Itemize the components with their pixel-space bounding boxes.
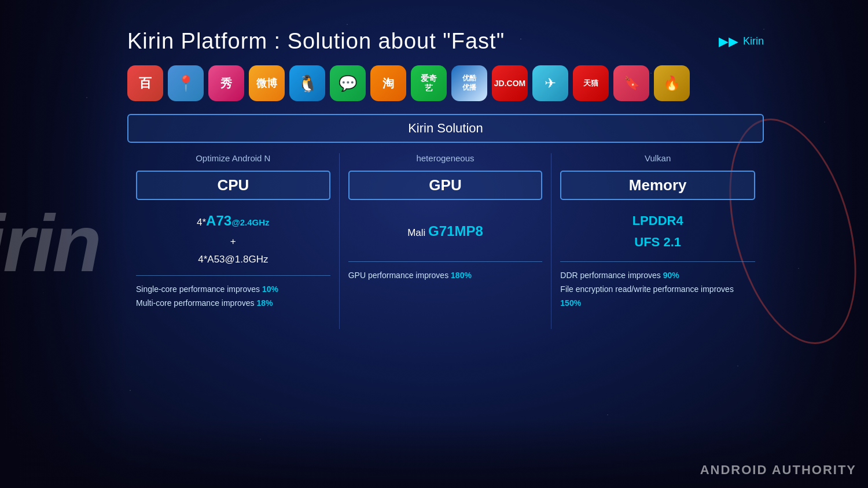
cpu-performance: Single-core performance improves 10% Mul… <box>136 283 330 329</box>
kirin-solution-box: Kirin Solution <box>127 114 764 143</box>
gpu-spec: Mali G71MP8 <box>348 208 543 254</box>
memory-performance: DDR performance improves 90% File encryp… <box>560 269 755 315</box>
header: Kirin Platform : Solution about "Fast" ▶… <box>127 29 764 54</box>
app-icon-extra: 🔥 <box>654 65 690 101</box>
app-icon-jd: JD.COM <box>492 65 528 101</box>
kirin-logo-text: Kirin <box>743 35 764 47</box>
app-icon-youku: 优酷优播 <box>451 65 487 101</box>
cpu-subtitle: Optimize Android N <box>136 153 330 166</box>
app-icon-tmall: 天猫 <box>573 65 609 101</box>
app-icon-meipai: 秀 <box>208 65 244 101</box>
watermark: ANDROID AUTHORITY <box>700 463 856 478</box>
memory-subtitle: Vulkan <box>560 153 755 166</box>
cpu-header: CPU <box>136 171 330 200</box>
app-icon-taobao: 淘 <box>370 65 406 101</box>
gpu-performance: GPU performance improves 180% <box>348 269 543 315</box>
app-icon-iqiyi: 爱奇艺 <box>411 65 447 101</box>
app-icon-swiftkey: ✈ <box>532 65 568 101</box>
app-icon-wechat: 💬 <box>330 65 366 101</box>
memory-header: Memory <box>560 171 755 200</box>
app-icon-maps: 📍 <box>168 65 204 101</box>
columns-container: Optimize Android N CPU 4*A73@2.4GHz + 4*… <box>127 153 764 329</box>
app-icon-weibo: 微博 <box>249 65 285 101</box>
irin-background-text: irin <box>0 197 100 290</box>
gpu-column: heterogeneous GPU Mali G71MP8 GPU perfor… <box>340 153 552 329</box>
app-icons-row: 百 📍 秀 微博 🐧 💬 淘 爱奇艺 优酷优播 JD.COM ✈ <box>127 65 764 101</box>
kirin-logo-icon: ▶▶ <box>719 34 738 49</box>
app-icon-pocket: 🔖 <box>613 65 649 101</box>
kirin-logo: ▶▶ Kirin <box>719 34 764 49</box>
cpu-column: Optimize Android N CPU 4*A73@2.4GHz + 4*… <box>127 153 340 329</box>
cpu-spec: 4*A73@2.4GHz + 4*A53@1.8GHz <box>136 208 330 268</box>
app-icon-qq: 🐧 <box>289 65 325 101</box>
memory-column: Vulkan Memory LPDDR4 UFS 2.1 DDR perform… <box>551 153 764 329</box>
memory-spec: LPDDR4 UFS 2.1 <box>560 208 755 254</box>
gpu-header: GPU <box>348 171 543 200</box>
app-icon-baidu: 百 <box>127 65 163 101</box>
main-content: Kirin Platform : Solution about "Fast" ▶… <box>127 29 764 329</box>
gpu-subtitle: heterogeneous <box>348 153 543 166</box>
slide-title: Kirin Platform : Solution about "Fast" <box>127 29 505 54</box>
